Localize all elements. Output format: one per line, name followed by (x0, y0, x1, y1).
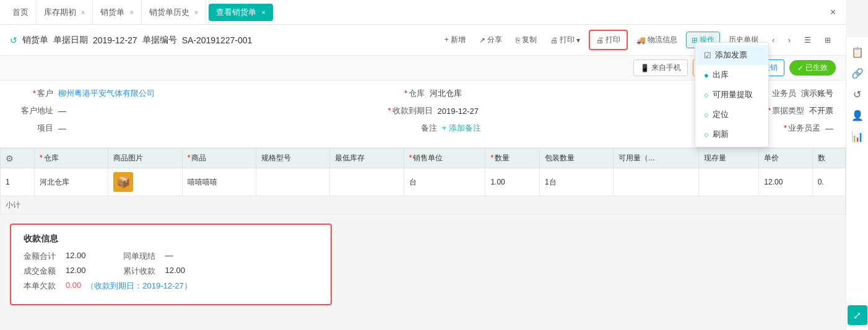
col-package: 包装数量 (539, 149, 613, 168)
balance-label: 本单欠款 (24, 280, 61, 292)
row-index: 1 (1, 168, 35, 196)
due-date-note: （收款到期日：2019-12-27） (86, 280, 192, 292)
subtotal-label: 小计 (1, 196, 846, 215)
table-scroll[interactable]: ⚙ 仓库 商品图片 商品 规格型号 最低库存 销售单位 数量 包装数量 可用量（… (0, 148, 846, 215)
accumulated-value: 12.00 (165, 266, 186, 277)
view1-button[interactable]: ☰ (799, 33, 816, 47)
table-container: ⚙ 仓库 商品图片 商品 规格型号 最低库存 销售单位 数量 包装数量 可用量（… (0, 148, 846, 215)
tab-view-sales-close[interactable]: × (261, 9, 265, 16)
tab-sales-history-label: 销货单历史 (149, 7, 189, 18)
payment-row-3: 本单欠款 0.00 （收款到期日：2019-12-27） (24, 280, 318, 292)
note-label: 备注 (396, 123, 440, 134)
sidebar-icon-user[interactable]: 👤 (848, 105, 867, 125)
customer-field: 客户 柳州粤港平安气体有限公司 (12, 88, 384, 99)
tab-sales[interactable]: 销货单 × (93, 0, 141, 24)
tab-sales-close[interactable]: × (129, 9, 133, 16)
dropdown-item-available[interactable]: ○ 可用量提取 (695, 85, 768, 105)
sidebar-icon-doc[interactable]: 📋 (848, 42, 867, 62)
row-warehouse: 河北仓库 (35, 168, 108, 196)
payment-title: 收款信息 (24, 233, 318, 245)
staff2-label: 业务员孟 (779, 123, 823, 134)
transaction-label: 成交金额 (24, 266, 61, 277)
col-amount: 数 (812, 149, 845, 168)
address-label: 客户地址 (12, 105, 56, 116)
nav-right-button[interactable]: › (783, 33, 796, 47)
print-button-highlighted[interactable]: 🖨 打印 (591, 32, 625, 48)
copy-icon: ⎘ (516, 36, 520, 45)
col-warehouse: 仓库 (35, 149, 108, 168)
phone-icon: 📱 (640, 64, 649, 72)
tab-inventory[interactable]: 库存期初 × (37, 0, 93, 24)
truck-icon: 🚚 (636, 36, 646, 45)
print-button[interactable]: 🖨 打印 ▾ (545, 32, 585, 48)
payment-box: 收款信息 金额合计 12.00 同单现结 — 成交金额 12.00 累计收款 (10, 224, 332, 305)
table-row: 1 河北仓库 📦 嘻嘻嘻嘻 台 1.00 1台 12.00 (1, 168, 846, 196)
dropdown-label-refresh: 刷新 (713, 129, 729, 140)
logistics-button[interactable]: 🚚 物流信息 (631, 32, 682, 48)
staff2-value: — (825, 124, 833, 133)
ticket-type-label: 票据类型 (763, 105, 807, 116)
verified-icon: ✓ (797, 64, 804, 72)
transaction-value: 12.00 (66, 266, 86, 277)
row-unit: 台 (404, 168, 485, 196)
right-sidebar: 📋 🔗 ↺ 👤 📊 ⤢ (846, 37, 868, 314)
doc-date-label: 单据日期 (53, 35, 88, 46)
warehouse-value: 河北仓库 (430, 88, 462, 99)
share-button[interactable]: ↗ 分享 (474, 32, 507, 48)
address-field: 客户地址 — (12, 105, 388, 116)
balance-field: 本单欠款 0.00 （收款到期日：2019-12-27） (24, 280, 192, 292)
tab-sales-history-close[interactable]: × (194, 9, 198, 16)
col-unit: 销售单位 (404, 149, 485, 168)
row-product: 嘻嘻嘻嘻 (182, 168, 256, 196)
add-note-button[interactable]: + 添加备注 (442, 123, 481, 134)
customer-value[interactable]: 柳州粤港平安气体有限公司 (58, 88, 155, 99)
window-close-button[interactable]: × (825, 7, 841, 18)
due-date-label: 收款到期日 (388, 105, 435, 116)
dropdown-label-locate: 定位 (713, 109, 729, 120)
dropdown-item-refresh[interactable]: ○ 刷新 (695, 124, 768, 144)
transaction-field: 成交金额 12.00 (24, 266, 86, 277)
doc-icon: ↺ (10, 35, 17, 45)
tab-sales-history[interactable]: 销货单历史 × (142, 0, 206, 24)
checkbox-icon: ☑ (704, 51, 711, 60)
tab-inventory-close[interactable]: × (81, 9, 85, 16)
sidebar-icon-refresh[interactable]: ↺ (848, 84, 867, 104)
tab-view-sales[interactable]: 查看销货单 × (209, 4, 272, 21)
nav-left-button[interactable]: ‹ (767, 33, 779, 47)
from-phone-button[interactable]: 📱 来自手机 (633, 59, 688, 76)
radio-icon-refresh: ○ (704, 130, 709, 139)
toolbar: + 新增 ↗ 分享 ⎘ 复制 🖨 打印 ▾ 🖨 打印 (440, 30, 836, 50)
tab-home[interactable]: 首页 (5, 0, 37, 24)
col-price: 单价 (759, 149, 812, 168)
col-spec: 规格型号 (256, 149, 330, 168)
gear-icon: ⚙ (6, 154, 14, 163)
print-icon-h: 🖨 (596, 36, 604, 45)
product-table: ⚙ 仓库 商品图片 商品 规格型号 最低库存 销售单位 数量 包装数量 可用量（… (0, 148, 846, 215)
print-icon: 🖨 (550, 36, 558, 45)
new-button[interactable]: + 新增 (440, 32, 471, 48)
row-quantity: 1.00 (485, 168, 540, 196)
total-value: 12.00 (66, 251, 86, 262)
col-gear[interactable]: ⚙ (1, 149, 35, 168)
col-quantity: 数量 (485, 149, 540, 168)
view2-button[interactable]: ⊞ (820, 33, 836, 47)
project-value: — (58, 124, 66, 133)
sidebar-icon-chart[interactable]: 📊 (848, 126, 867, 146)
dropdown-item-outbound[interactable]: ● 出库 (695, 65, 768, 85)
row-min-stock (330, 168, 404, 196)
row-amount: 0. (812, 168, 845, 196)
doc-title-area: ↺ 销货单 单据日期 2019-12-27 单据编号 SA-20191227-0… (10, 35, 252, 46)
copy-button[interactable]: ⎘ 复制 (511, 32, 542, 48)
sidebar-icon-expand[interactable]: ⤢ (848, 305, 867, 314)
dropdown-item-locate[interactable]: ○ 定位 (695, 105, 768, 124)
col-available: 可用量（... (614, 149, 699, 168)
col-image: 商品图片 (108, 149, 182, 168)
settlement-value: — (165, 251, 173, 262)
dropdown-item-invoice[interactable]: ☑ 添加发票 (695, 45, 768, 65)
verified-button[interactable]: ✓ 已生效 (789, 60, 836, 76)
print-dropdown-icon: ▾ (576, 36, 580, 45)
project-label: 项目 (12, 123, 56, 134)
accumulated-label: 累计收款 (123, 266, 160, 277)
sidebar-icon-link[interactable]: 🔗 (848, 63, 867, 83)
row-image: 📦 (108, 168, 182, 196)
